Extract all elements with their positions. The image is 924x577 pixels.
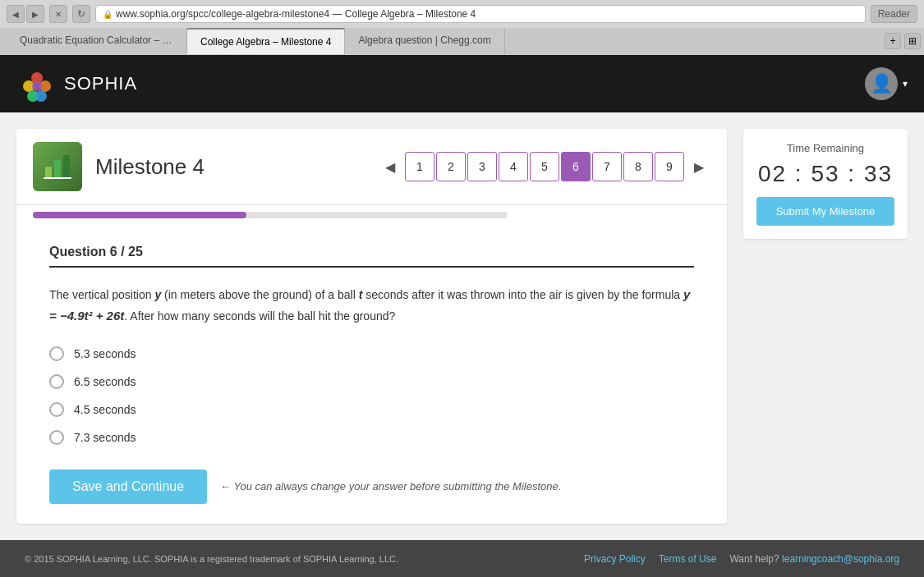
next-question-button[interactable]: ▶ (687, 155, 710, 178)
answer-label-3: 4.5 seconds (74, 403, 136, 416)
save-hint: ← You can always change your answer befo… (220, 480, 561, 492)
url-bar[interactable]: 🔒 www.sophia.org/spcc/college-algebra-mi… (95, 5, 866, 23)
nav-buttons: ◀ ▶ (7, 5, 44, 23)
browser-tabs: Quadratic Equation Calculator – Symbolab… (0, 28, 881, 54)
progress-bar-inner (33, 212, 246, 218)
user-avatar-area[interactable]: 👤 ▾ (865, 67, 908, 100)
tab-actions: + ⊞ (881, 28, 924, 54)
main-content: Milestone 4 ◀ 123456789 ▶ Question 6 / 2… (0, 112, 924, 540)
question-number-9[interactable]: 9 (655, 152, 684, 181)
answer-label-2: 6.5 seconds (74, 375, 136, 388)
question-number-8[interactable]: 8 (623, 152, 653, 181)
time-display: 02 : 53 : 33 (756, 161, 894, 187)
footer-copyright: © 2015 SOPHIA Learning, LLC. SOPHIA is a… (25, 554, 398, 564)
milestone-nav: ◀ 123456789 ▶ (379, 152, 710, 181)
reader-button[interactable]: Reader (871, 5, 917, 23)
question-number-2[interactable]: 2 (436, 152, 466, 181)
answer-label-4: 7.3 seconds (74, 431, 136, 444)
answer-option-3[interactable]: 4.5 seconds (49, 402, 694, 417)
url-text: www.sophia.org/spcc/college-algebra-mile… (116, 8, 476, 20)
sophia-logo-text: SOPHIA (64, 73, 137, 94)
progress-bar-outer (33, 212, 508, 218)
question-number-list: 123456789 (405, 152, 684, 181)
browser-chrome: ◀ ▶ ✕ ↻ 🔒 www.sophia.org/spcc/college-al… (0, 0, 924, 55)
user-icon: 👤 (871, 73, 893, 94)
milestone-icon (33, 142, 82, 191)
svg-rect-7 (54, 160, 61, 178)
tab-list-button[interactable]: ⊞ (904, 33, 921, 49)
answer-options: 5.3 seconds 6.5 seconds 4.5 seconds 7.3 … (49, 346, 694, 445)
save-continue-button[interactable]: Save and Continue (49, 469, 207, 504)
answer-option-4[interactable]: 7.3 seconds (49, 430, 694, 445)
right-panel: Time Remaining 02 : 53 : 33 Submit My Mi… (743, 129, 908, 524)
help-email-link[interactable]: learningcoach@sophia.org (782, 553, 899, 565)
question-text: The vertical position y (in meters above… (49, 284, 694, 327)
footer-right: Privacy Policy Terms of Use Want help? l… (584, 553, 899, 565)
answer-option-2[interactable]: 6.5 seconds (49, 374, 694, 389)
question-number-6[interactable]: 6 (561, 152, 591, 181)
back-button[interactable]: ◀ (7, 5, 25, 23)
question-text-part3: seconds after it was thrown into the air… (362, 288, 683, 301)
progress-area (16, 205, 727, 225)
app-header: SOPHIA 👤 ▾ (0, 55, 924, 112)
question-number-7[interactable]: 7 (592, 152, 622, 181)
svg-rect-8 (63, 155, 70, 178)
question-content: Question 6 / 25 The vertical position y … (16, 225, 727, 524)
time-box: Time Remaining 02 : 53 : 33 Submit My Mi… (743, 129, 908, 239)
answer-option-1[interactable]: 5.3 seconds (49, 346, 694, 361)
forward-button[interactable]: ▶ (26, 5, 44, 23)
question-number-4[interactable]: 4 (499, 152, 528, 181)
svg-point-5 (32, 81, 42, 91)
new-tab-button[interactable]: ✕ (49, 5, 67, 23)
sophia-logo: SOPHIA (16, 63, 137, 104)
question-number-5[interactable]: 5 (530, 152, 559, 181)
footer: © 2015 SOPHIA Learning, LLC. SOPHIA is a… (0, 540, 924, 577)
milestone-title: Milestone 4 (95, 154, 365, 180)
reload-button[interactable]: ↻ (72, 5, 90, 23)
svg-point-4 (35, 90, 47, 102)
svg-rect-6 (45, 167, 52, 178)
question-label: Question 6 / 25 (49, 245, 694, 268)
lock-icon: 🔒 (103, 10, 113, 19)
terms-of-use-link[interactable]: Terms of Use (659, 553, 717, 565)
question-text-part2: (in meters above the ground) of a ball (161, 288, 358, 301)
answer-label-1: 5.3 seconds (74, 347, 136, 360)
radio-4[interactable] (49, 430, 64, 445)
milestone-icon-graphic (41, 150, 74, 183)
tab-college-algebra[interactable]: College Algebra – Milestone 4 (187, 28, 345, 54)
time-label: Time Remaining (756, 142, 894, 154)
add-tab-button[interactable]: + (885, 33, 901, 49)
radio-3[interactable] (49, 402, 64, 417)
privacy-policy-link[interactable]: Privacy Policy (584, 553, 646, 565)
submit-milestone-button[interactable]: Submit My Milestone (756, 197, 894, 226)
question-text-part4: . After how many seconds will the ball h… (124, 309, 395, 323)
left-panel: Milestone 4 ◀ 123456789 ▶ Question 6 / 2… (16, 129, 727, 524)
question-number-1[interactable]: 1 (405, 152, 434, 181)
user-dropdown-arrow: ▾ (903, 78, 908, 89)
prev-question-button[interactable]: ◀ (379, 155, 402, 178)
footer-help-text: Want help? learningcoach@sophia.org (729, 553, 899, 565)
question-number-3[interactable]: 3 (467, 152, 497, 181)
question-text-part1: The vertical position (49, 288, 154, 301)
radio-2[interactable] (49, 374, 64, 389)
tab-chegg[interactable]: Algebra question | Chegg.com (345, 28, 504, 54)
save-section: Save and Continue ← You can always chang… (49, 469, 694, 504)
radio-1[interactable] (49, 346, 64, 361)
avatar: 👤 (865, 67, 898, 100)
browser-toolbar: ◀ ▶ ✕ ↻ 🔒 www.sophia.org/spcc/college-al… (0, 0, 924, 28)
milestone-header: Milestone 4 ◀ 123456789 ▶ (16, 129, 727, 205)
sophia-flower-logo (16, 63, 57, 104)
tab-symbolab[interactable]: Quadratic Equation Calculator – Symbolab (7, 28, 187, 54)
